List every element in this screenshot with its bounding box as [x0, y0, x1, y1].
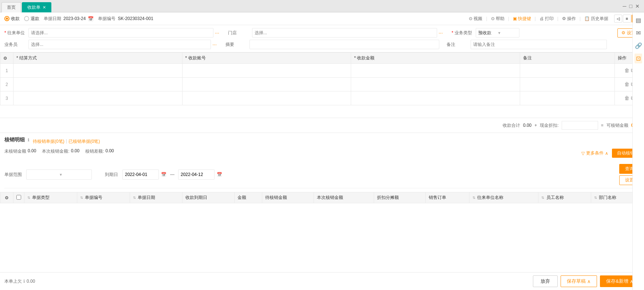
- th-settings[interactable]: ⚙: [0, 53, 13, 64]
- tab-receipt-close[interactable]: ✕: [43, 5, 46, 10]
- save-draft-button[interactable]: 保存草稿 ∧: [561, 275, 597, 287]
- bth-checkbox[interactable]: [13, 192, 24, 203]
- staff-more-icon[interactable]: ···: [211, 42, 218, 47]
- th-payment: * 结算方式: [13, 53, 182, 64]
- print-link[interactable]: 🖨 打印: [539, 16, 554, 22]
- tab-receipt-label: 收款单: [27, 4, 40, 11]
- bth-current[interactable]: 本次核销金额: [314, 192, 374, 203]
- memo-input[interactable]: [250, 40, 439, 49]
- operation-label: 操作: [567, 16, 576, 22]
- gear-icon: ⚙: [621, 30, 625, 35]
- print-label: 打印: [545, 16, 554, 22]
- calendar-icon[interactable]: 📅: [88, 16, 94, 21]
- maximize-button[interactable]: □: [629, 3, 632, 9]
- history-icon: 📋: [584, 16, 590, 21]
- row1-amount[interactable]: [351, 64, 520, 78]
- radio-receipt-label: 收款: [11, 16, 20, 22]
- shop-more-icon[interactable]: ···: [437, 30, 444, 36]
- date-start-input[interactable]: [122, 169, 159, 180]
- biz-type-label: * 业务类型: [452, 30, 474, 36]
- bth-bill-date[interactable]: 单据日期: [130, 192, 182, 203]
- footer-info-icon[interactable]: ℹ: [23, 279, 25, 284]
- sidebar-table-icon[interactable]: ▤: [634, 15, 643, 25]
- bth-sales-order[interactable]: 销售订单: [425, 192, 469, 203]
- footer-info-value: 0.00: [27, 279, 35, 284]
- history-link[interactable]: 📋 历史单据: [584, 16, 608, 22]
- biz-type-field: * 业务类型 预收款 ▼: [452, 28, 614, 38]
- verify-title: 核销明细 ℹ: [4, 137, 29, 143]
- sidebar-clip-icon[interactable]: 🔗: [633, 41, 644, 51]
- biz-type-value: 预收款: [478, 30, 498, 36]
- tab-home[interactable]: 首页: [1, 2, 21, 12]
- row2-amount[interactable]: [351, 78, 520, 91]
- date-separator: —: [170, 172, 174, 177]
- unit-more-icon[interactable]: ···: [213, 30, 221, 36]
- sep3: |: [535, 16, 536, 21]
- bth-pending[interactable]: 待核销金额: [262, 192, 314, 203]
- bth-amount[interactable]: 金额: [234, 192, 262, 203]
- tab-receipt[interactable]: 收款单 ✕: [22, 2, 51, 12]
- shortcut-link[interactable]: ▣ 快捷键: [513, 16, 531, 22]
- operation-link[interactable]: ⚙ 操作: [562, 16, 576, 22]
- row2-remark[interactable]: [520, 78, 614, 91]
- date-value[interactable]: 2023-03-24: [63, 16, 86, 21]
- th-remark: 备注: [520, 53, 614, 64]
- abandon-button[interactable]: 放弃: [533, 275, 558, 287]
- tab-done[interactable]: 已核销单据(0笔): [68, 138, 100, 145]
- staff-input[interactable]: [28, 40, 211, 49]
- sidebar-mail-icon[interactable]: ✉: [635, 28, 642, 38]
- discount-input[interactable]: [562, 121, 598, 130]
- footer-buttons: 放弃 保存草稿 ∧ 保存&新增 ∧: [533, 275, 640, 287]
- bth-due-date[interactable]: 收款到期日: [182, 192, 234, 203]
- bth-discount[interactable]: 折扣分摊额: [374, 192, 425, 203]
- form-section: * 往来单位 ··· 门店 ··· * 业务类型 预收款 ▼: [0, 25, 644, 52]
- radio-receipt[interactable]: 收款: [4, 16, 20, 22]
- number-value[interactable]: SK-20230324-001: [118, 16, 153, 21]
- bth-bill-num[interactable]: 单据编号: [77, 192, 130, 203]
- biz-type-select[interactable]: 预收款 ▼: [476, 28, 519, 38]
- unit-input[interactable]: [28, 28, 213, 38]
- more-filter-btn[interactable]: ▽ 更多条件 ∧: [581, 150, 608, 156]
- shop-input[interactable]: [252, 28, 437, 38]
- row2-account[interactable]: [182, 78, 351, 91]
- verify-info-icon[interactable]: ℹ: [28, 138, 29, 142]
- row3-delete-icon[interactable]: 🗑: [624, 95, 629, 101]
- current-stat: 本次核销金额: 0.00: [42, 148, 79, 154]
- bth-bill-type[interactable]: 单据类型: [24, 192, 77, 203]
- number-label: 单据编号: [98, 16, 115, 22]
- scope-field: 单据范围 ▼: [4, 169, 92, 180]
- row3-payment[interactable]: [13, 91, 182, 105]
- row3-amount[interactable]: [351, 91, 520, 105]
- number-field: 单据编号 SK-20230324-001: [98, 16, 153, 22]
- row2-delete-icon[interactable]: 🗑: [624, 81, 629, 87]
- row3-account[interactable]: [182, 91, 351, 105]
- list-icon-btn[interactable]: ≡: [623, 15, 631, 23]
- select-all-checkbox[interactable]: [16, 195, 21, 200]
- cal-end-icon[interactable]: 📅: [217, 172, 222, 177]
- scope-select[interactable]: ▼: [26, 169, 92, 180]
- row2-payment[interactable]: [13, 78, 182, 91]
- row3-remark[interactable]: [520, 91, 614, 105]
- video-link[interactable]: ⊙ 视频: [469, 16, 482, 22]
- row1-account[interactable]: [182, 64, 351, 78]
- close-button[interactable]: ✕: [635, 3, 640, 9]
- sidebar-scan-icon[interactable]: ⊡: [635, 54, 642, 63]
- plus-sign: +: [534, 123, 537, 128]
- remark-input[interactable]: [471, 40, 607, 49]
- date-end-input[interactable]: [178, 169, 215, 180]
- bth-staff[interactable]: 员工名称: [538, 192, 591, 203]
- row1-remark[interactable]: [520, 64, 614, 78]
- tab-pending[interactable]: 待核销单据(0笔): [33, 138, 64, 145]
- help-link[interactable]: ⊙ 帮助: [491, 16, 504, 22]
- row1-payment[interactable]: [13, 64, 182, 78]
- bth-unit[interactable]: 往来单位名称: [470, 192, 538, 203]
- row1-delete-icon[interactable]: 🗑: [624, 67, 629, 74]
- radio-refund[interactable]: 退款: [24, 16, 39, 22]
- history-label: 历史单据: [591, 16, 608, 22]
- prev-icon-btn[interactable]: ◁: [614, 15, 622, 23]
- date-label: 单据日期: [44, 16, 61, 22]
- minimize-button[interactable]: ─: [623, 3, 627, 9]
- form-row-2: 业务员 ··· 摘要 备注: [4, 40, 640, 49]
- cal-start-icon[interactable]: 📅: [161, 172, 166, 177]
- bth-settings[interactable]: ⚙: [0, 192, 13, 203]
